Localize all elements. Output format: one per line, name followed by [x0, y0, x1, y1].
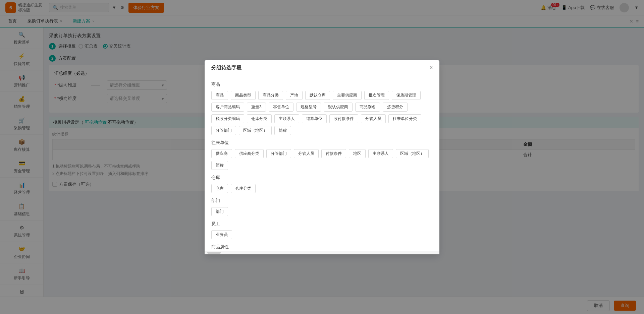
field-tag-partner-2[interactable]: 分管部门 [266, 149, 291, 158]
section-title-employee: 员工 [211, 221, 433, 227]
field-tag-goods-17[interactable]: 主联系人 [274, 114, 299, 123]
field-tag-partner-0[interactable]: 供应商 [211, 149, 232, 158]
field-tag-goods-3[interactable]: 产地 [286, 91, 303, 100]
field-tags-warehouse: 仓库 仓库分类 [211, 184, 433, 193]
field-tag-partner-1[interactable]: 供应商分类 [235, 149, 264, 158]
field-tag-partner-5[interactable]: 地区 [349, 149, 366, 158]
field-tag-employee-0[interactable]: 业务员 [211, 230, 232, 239]
field-tag-goods-11[interactable]: 规格型号 [296, 103, 321, 112]
modal-title: 分组待选字段 [211, 65, 241, 71]
field-tag-department-0[interactable]: 部门 [211, 207, 228, 216]
field-tag-goods-6[interactable]: 批次管理 [364, 91, 389, 100]
field-tag-partner-3[interactable]: 分管人员 [294, 149, 319, 158]
modal-body: 商品 商品 商品类型 商品分类 产地 默认仓库 主要供应商 批次管理 保质期管理… [205, 76, 439, 251]
field-tags-employee: 业务员 [211, 230, 433, 239]
field-tag-warehouse-1[interactable]: 仓库分类 [231, 184, 256, 193]
section-title-goods: 商品 [211, 81, 433, 87]
field-tags-goods: 商品 商品类型 商品分类 产地 默认仓库 主要供应商 批次管理 保质期管理 客户… [211, 91, 433, 135]
section-title-partner: 往来单位 [211, 140, 433, 146]
field-select-modal: 分组待选字段 × 商品 商品 商品类型 商品分类 产地 默认仓库 主要供应商 批… [205, 60, 439, 254]
section-title-product-attr: 商品属性 [211, 244, 433, 250]
field-tag-goods-7[interactable]: 保质期管理 [392, 91, 421, 100]
field-tag-goods-4[interactable]: 默认仓库 [305, 91, 330, 100]
hscroll-bar [207, 252, 221, 254]
modal-horizontal-scrollbar[interactable] [205, 251, 439, 254]
field-tag-goods-22[interactable]: 分管部门 [211, 126, 236, 135]
modal-header: 分组待选字段 × [205, 60, 439, 76]
field-tag-goods-8[interactable]: 客户商品编码 [211, 103, 244, 112]
field-tag-partner-4[interactable]: 付款条件 [321, 149, 346, 158]
field-tag-goods-18[interactable]: 结算单位 [302, 114, 327, 123]
field-tag-goods-9[interactable]: 重量3 [247, 103, 266, 112]
field-tag-goods-20[interactable]: 分管人员 [361, 114, 386, 123]
section-title-department: 部门 [211, 198, 433, 204]
field-tag-goods-5[interactable]: 主要供应商 [333, 91, 362, 100]
field-tag-goods-15[interactable]: 税收分类编码 [211, 114, 244, 123]
field-tag-goods-2[interactable]: 商品分类 [258, 91, 283, 100]
field-tag-goods-12[interactable]: 默认供应商 [324, 103, 353, 112]
field-tag-goods-1[interactable]: 商品类型 [231, 91, 256, 100]
field-tag-goods-0[interactable]: 商品 [211, 91, 228, 100]
field-tag-goods-10[interactable]: 零售单位 [269, 103, 293, 112]
field-tag-partner-6[interactable]: 主联系人 [368, 149, 393, 158]
field-tag-goods-13[interactable]: 商品别名 [355, 103, 380, 112]
field-tag-goods-21[interactable]: 往来单位分类 [388, 114, 421, 123]
field-tags-partner: 供应商 供应商分类 分管部门 分管人员 付款条件 地区 主联系人 区域（地区） … [211, 149, 433, 170]
field-tag-goods-14[interactable]: 炼货积分 [383, 103, 408, 112]
field-tag-goods-23[interactable]: 区域（地区） [239, 126, 272, 135]
field-tag-goods-19[interactable]: 收付款条件 [329, 114, 358, 123]
modal-close-button[interactable]: × [430, 65, 433, 71]
field-tag-partner-7[interactable]: 区域（地区） [396, 149, 429, 158]
field-tag-partner-8[interactable]: 简称 [211, 161, 228, 170]
field-tag-warehouse-0[interactable]: 仓库 [211, 184, 228, 193]
section-title-warehouse: 仓库 [211, 175, 433, 181]
field-tags-department: 部门 [211, 207, 433, 216]
field-tag-goods-24[interactable]: 简称 [274, 126, 291, 135]
field-tag-goods-16[interactable]: 仓库分类 [247, 114, 272, 123]
